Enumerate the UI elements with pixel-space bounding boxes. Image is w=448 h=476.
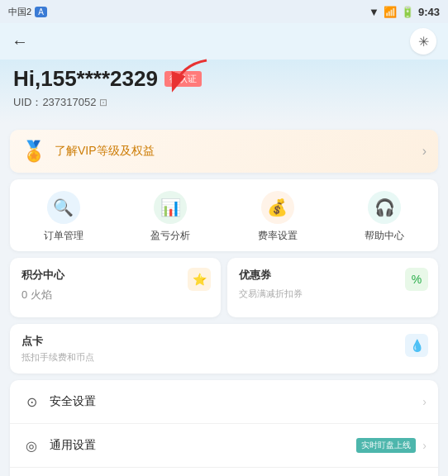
fees-label: 费率设置 (258, 229, 298, 243)
back-button[interactable]: ← (12, 32, 28, 51)
points-card-title: 积分中心 (21, 268, 209, 283)
header-bar: ← ✳ (0, 23, 448, 60)
list-section: ⊙ 安全设置 › ◎ 通用设置 实时盯盘上线 › ℹ 关于我们 · 发现新版本 … (10, 380, 438, 476)
fees-icon: 💰 (261, 191, 294, 224)
status-left: 中国2 A (8, 6, 47, 18)
settings-button[interactable]: ✳ (410, 28, 436, 55)
general-arrow: › (422, 439, 427, 452)
points-card-icon-button[interactable]: ⭐ (188, 268, 211, 291)
vip-text: 了解VIP等级及权益 (55, 144, 414, 159)
security-icon: ⊙ (21, 392, 41, 412)
security-label: 安全设置 (50, 394, 422, 409)
copy-icon[interactable]: ⊡ (99, 97, 107, 108)
orders-icon: 🔍 (47, 191, 80, 224)
analysis-label: 盈亏分析 (150, 229, 190, 243)
dot-card-subtitle: 抵扣手续费和币点 (21, 351, 94, 364)
time-label: 9:43 (418, 6, 440, 18)
vip-banner[interactable]: 🏅 了解VIP等级及权益 › (10, 130, 438, 173)
general-icon: ◎ (21, 436, 41, 455)
list-item-about[interactable]: ℹ 关于我们 · 发现新版本 › (10, 468, 438, 476)
dot-card-icon-button[interactable]: 💧 (405, 334, 428, 357)
security-arrow: › (422, 395, 427, 408)
coupons-card-sub: 交易满减折扣券 (239, 288, 427, 300)
list-item-security[interactable]: ⊙ 安全设置 › (10, 380, 438, 424)
pending-badge[interactable]: 待认证 (164, 71, 202, 87)
cards-row: 积分中心 0 火焰 ⭐ 优惠券 交易满减折扣券 % (10, 258, 438, 317)
points-card[interactable]: 积分中心 0 火焰 ⭐ (10, 258, 221, 317)
coupons-card-icon-button[interactable]: % (405, 268, 428, 291)
status-bar: 中国2 A ▼ 📶 🔋 9:43 (0, 0, 448, 23)
profile-name: Hi,155****2329 (13, 66, 158, 92)
profile-section: Hi,155****2329 待认证 UID：237317052 ⊡ (0, 60, 448, 123)
profile-name-row: Hi,155****2329 待认证 (13, 66, 435, 92)
quick-item-orders[interactable]: 🔍 订单管理 (39, 191, 88, 243)
coupons-card-title: 优惠券 (239, 268, 427, 283)
help-icon: 🎧 (368, 191, 401, 224)
points-card-value: 0 火焰 (21, 288, 209, 302)
list-item-general[interactable]: ◎ 通用设置 实时盯盘上线 › (10, 424, 438, 468)
quick-item-help[interactable]: 🎧 帮助中心 (360, 191, 409, 243)
coupons-card[interactable]: 优惠券 交易满减折扣券 % (227, 258, 438, 317)
dot-card[interactable]: 点卡 抵扣手续费和币点 💧 (10, 324, 438, 374)
signal-icon: 📶 (384, 6, 397, 18)
carrier-label: 中国2 (8, 6, 31, 18)
status-right: ▼ 📶 🔋 9:43 (369, 6, 440, 18)
analysis-icon: 📊 (154, 191, 187, 224)
uid-text: UID：237317052 (13, 95, 96, 110)
quick-item-analysis[interactable]: 📊 盈亏分析 (145, 191, 195, 243)
orders-label: 订单管理 (44, 229, 83, 243)
battery-icon: 🔋 (401, 6, 414, 18)
app-indicator: A (35, 7, 47, 17)
dot-card-left: 点卡 抵扣手续费和币点 (21, 334, 94, 364)
general-badge: 实时盯盘上线 (356, 438, 416, 453)
dot-card-title: 点卡 (21, 334, 94, 349)
general-label: 通用设置 (50, 438, 356, 453)
quick-item-fees[interactable]: 💰 费率设置 (253, 191, 303, 243)
vip-icon: 🏅 (21, 140, 46, 163)
quick-menu: 🔍 订单管理 📊 盈亏分析 💰 费率设置 🎧 帮助中心 (10, 179, 438, 251)
vip-arrow: › (422, 144, 427, 159)
profile-uid: UID：237317052 ⊡ (13, 95, 435, 110)
help-label: 帮助中心 (365, 229, 404, 243)
wifi-icon: ▼ (369, 6, 379, 18)
